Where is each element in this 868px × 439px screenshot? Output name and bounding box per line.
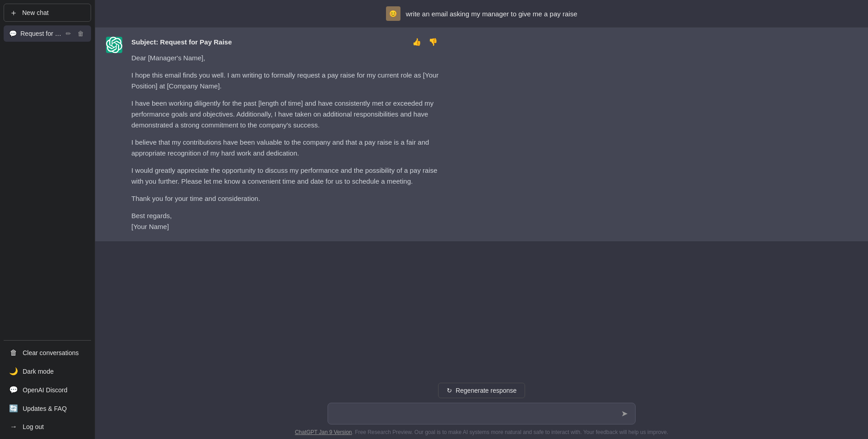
list-item[interactable]: 💬 Request for Pay Raise ✏ 🗑 <box>4 25 91 42</box>
message-header: Subject: Request for Pay Raise 👍 👎 <box>131 37 439 47</box>
discord-button[interactable]: 💬 OpenAI Discord <box>4 381 91 399</box>
sidebar: ＋ New chat 💬 Request for Pay Raise ✏ 🗑 🗑… <box>0 0 95 439</box>
conversation-list: 💬 Request for Pay Raise ✏ 🗑 <box>4 25 91 337</box>
user-avatar: 😊 <box>386 6 400 21</box>
message-feedback: 👍 👎 <box>410 37 439 47</box>
conv-item-label: Request for Pay Raise <box>20 30 64 37</box>
footer-link[interactable]: ChatGPT Jan 9 Version <box>295 429 352 435</box>
logout-icon: → <box>9 423 18 431</box>
discord-label: OpenAI Discord <box>23 386 68 394</box>
openai-icon <box>106 37 122 53</box>
plus-icon: ＋ <box>10 9 18 17</box>
send-icon: ➤ <box>621 409 628 418</box>
chat-bubble-icon: 💬 <box>9 30 17 37</box>
chat-input[interactable] <box>334 408 617 419</box>
para-intro: I hope this email finds you well. I am w… <box>131 70 439 92</box>
footer-description: . Free Research Preview. Our goal is to … <box>352 429 668 435</box>
gpt-avatar <box>106 37 122 53</box>
dark-mode-label: Dark mode <box>23 368 53 375</box>
sidebar-bottom: 🗑 Clear conversations 🌙 Dark mode 💬 Open… <box>4 344 91 435</box>
para-sign-off: Best regards,[Your Name] <box>131 210 439 232</box>
logout-label: Log out <box>23 423 44 430</box>
new-chat-label: New chat <box>22 9 48 16</box>
thumbs-up-button[interactable]: 👍 <box>410 37 423 47</box>
clear-conversations-label: Clear conversations <box>23 349 79 356</box>
user-message-bar: 😊 write an email asking my manager to gi… <box>95 0 868 28</box>
message-body: Subject: Request for Pay Raise 👍 👎 Dear … <box>131 37 439 232</box>
delete-conv-button[interactable]: 🗑 <box>76 29 86 38</box>
user-message-text: write an email asking my manager to give… <box>406 10 578 18</box>
conv-item-left: 💬 Request for Pay Raise <box>9 30 64 37</box>
trash-icon: 🗑 <box>9 349 18 357</box>
user-avatar-emoji: 😊 <box>389 10 397 17</box>
dark-mode-button[interactable]: 🌙 Dark mode <box>4 362 91 380</box>
para-thanks: Thank you for your time and consideratio… <box>131 193 439 204</box>
main-area: 😊 write an email asking my manager to gi… <box>95 0 868 439</box>
send-button[interactable]: ➤ <box>620 408 629 419</box>
input-row: ➤ <box>328 403 636 424</box>
thumbs-down-button[interactable]: 👎 <box>427 37 439 47</box>
para-meeting-request: I would greatly appreciate the opportuni… <box>131 165 439 187</box>
sidebar-divider <box>4 340 91 341</box>
assistant-message-row: Subject: Request for Pay Raise 👍 👎 Dear … <box>95 28 868 241</box>
conv-actions: ✏ 🗑 <box>64 29 86 38</box>
regenerate-button[interactable]: ↻ Regenerate response <box>438 383 526 398</box>
regenerate-label: Regenerate response <box>456 387 517 394</box>
message-text: Dear [Manager's Name], I hope this email… <box>131 53 439 232</box>
para-contribution: I believe that my contributions have bee… <box>131 137 439 159</box>
regenerate-icon: ↻ <box>447 387 452 394</box>
updates-faq-label: Updates & FAQ <box>23 405 67 412</box>
footer-text: ChatGPT Jan 9 Version. Free Research Pre… <box>295 429 668 435</box>
para-work-history: I have been working diligently for the p… <box>131 98 439 131</box>
edit-conv-button[interactable]: ✏ <box>64 29 73 38</box>
clear-conversations-button[interactable]: 🗑 Clear conversations <box>4 344 91 361</box>
new-chat-button[interactable]: ＋ New chat <box>4 4 91 22</box>
discord-icon: 💬 <box>9 385 18 394</box>
chat-content: Subject: Request for Pay Raise 👍 👎 Dear … <box>95 28 868 376</box>
refresh-icon: 🔄 <box>9 404 18 413</box>
bottom-area: ↻ Regenerate response ➤ ChatGPT Jan 9 Ve… <box>95 376 868 439</box>
updates-faq-button[interactable]: 🔄 Updates & FAQ <box>4 400 91 417</box>
message-subject: Subject: Request for Pay Raise <box>131 38 232 46</box>
moon-icon: 🌙 <box>9 367 18 376</box>
logout-button[interactable]: → Log out <box>4 418 91 435</box>
para-salutation: Dear [Manager's Name], <box>131 53 439 63</box>
